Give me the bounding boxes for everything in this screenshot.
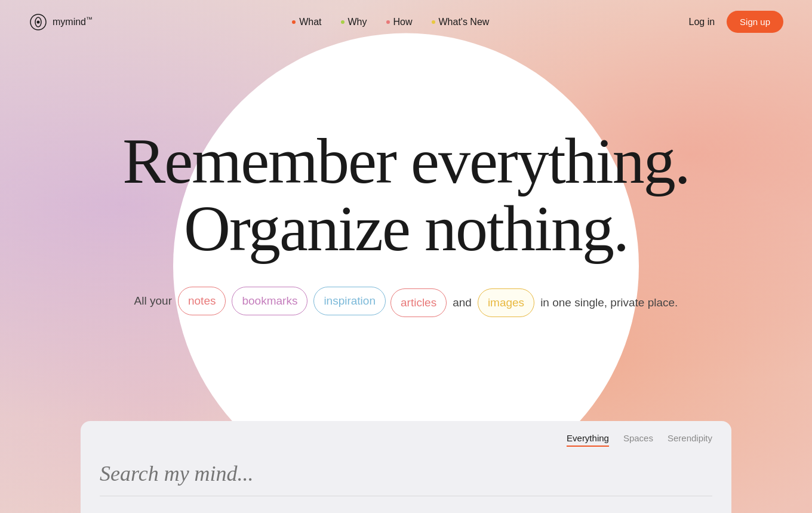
tag-bookmarks: bookmarks <box>232 287 307 315</box>
search-divider <box>100 496 712 496</box>
login-button[interactable]: Log in <box>689 17 715 27</box>
tab-spaces[interactable]: Spaces <box>623 433 653 447</box>
logo-icon <box>29 13 48 32</box>
tag-articles: articles <box>390 288 447 317</box>
nav-dot-what <box>292 20 296 24</box>
search-tabs: Everything Spaces Serendipity <box>100 433 712 447</box>
search-input-wrapper <box>100 456 712 496</box>
nav-item-whats-new[interactable]: What's New <box>432 17 490 27</box>
subtitle-and: and <box>453 291 472 314</box>
tag-images: images <box>478 288 534 317</box>
nav-link-what[interactable]: What <box>299 17 321 27</box>
hero-title: Remember everything. Organize nothing. <box>0 127 812 263</box>
subtitle-suffix: in one single, private place. <box>540 291 678 314</box>
nav-link-why[interactable]: Why <box>348 17 367 27</box>
navbar: mymind™ What Why How What's New Log in S… <box>0 0 812 44</box>
nav-link-whats-new[interactable]: What's New <box>439 17 490 27</box>
logo-text: mymind™ <box>53 16 93 27</box>
tag-inspiration: inspiration <box>313 287 386 315</box>
nav-dot-why <box>341 20 345 24</box>
logo[interactable]: mymind™ <box>29 13 93 32</box>
hero-title-line1: Remember everything. <box>0 127 812 195</box>
hero-subtitle: All your notes bookmarks inspiration art… <box>0 287 812 319</box>
hero-section: Remember everything. Organize nothing. A… <box>0 44 812 319</box>
tab-serendipity[interactable]: Serendipity <box>668 433 712 447</box>
hero-title-line2: Organize nothing. <box>0 195 812 262</box>
tab-everything[interactable]: Everything <box>567 433 609 447</box>
nav-item-how[interactable]: How <box>386 17 413 27</box>
svg-point-2 <box>37 20 40 23</box>
nav-item-why[interactable]: Why <box>341 17 367 27</box>
search-input[interactable] <box>100 456 712 491</box>
nav-dot-whats-new <box>432 20 435 24</box>
tag-notes: notes <box>178 287 226 315</box>
nav-actions: Log in Sign up <box>689 11 783 33</box>
subtitle-prefix: All your <box>134 290 172 312</box>
nav-item-what[interactable]: What <box>292 17 321 27</box>
signup-button[interactable]: Sign up <box>727 11 783 33</box>
search-panel: Everything Spaces Serendipity <box>81 421 731 513</box>
nav-link-how[interactable]: How <box>393 17 413 27</box>
nav-links: What Why How What's New <box>292 17 489 27</box>
nav-dot-how <box>386 20 390 24</box>
